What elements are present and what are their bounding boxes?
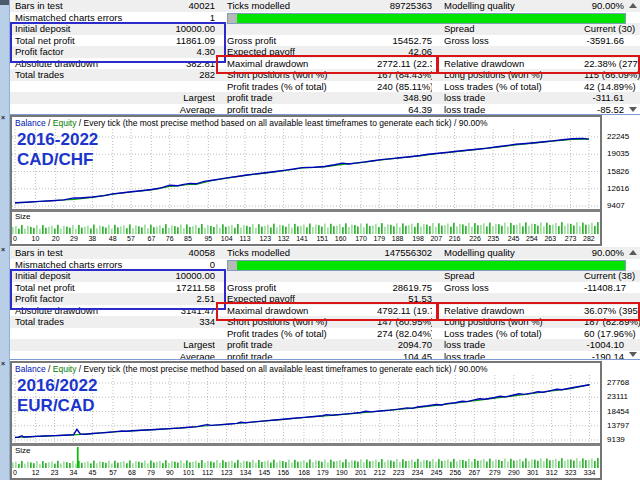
x-axis-label: 113	[236, 235, 254, 243]
x-axis-label: 226	[466, 235, 484, 243]
report-cell: 40058	[160, 247, 215, 259]
report-cell: -3591.66	[584, 35, 640, 47]
report-cell: 167 (84.43%)	[377, 69, 432, 81]
x-axis-label: 20	[47, 235, 65, 243]
plot-area[interactable]: 2016-2022CAD/CHF	[12, 129, 600, 209]
report-cell: Expected payoff	[227, 293, 377, 305]
report-cell: Profit trades (% of total)	[227, 81, 377, 93]
report-cell: 4.30	[160, 46, 215, 58]
x-axis-label: 38	[83, 235, 101, 243]
report-cell: Gross loss	[444, 35, 584, 47]
x-axis-label: 132	[275, 235, 293, 243]
report-cell: 3141.47	[160, 305, 215, 317]
scroll-down-icon[interactable]	[629, 352, 637, 357]
scroll-up-icon[interactable]	[629, 3, 637, 8]
y-axis: 277682311118454137979139	[604, 361, 640, 480]
x-axis-label: 45	[83, 469, 101, 477]
report-cell: 15452.75	[377, 35, 432, 47]
report-row: Largestprofit trade2094.70loss trade-100…	[10, 339, 640, 351]
chart-frame: Balance / Equity / Every tick (the most …	[10, 361, 602, 480]
scroll-up-icon[interactable]	[629, 250, 637, 255]
legend-balance-label: Balance	[15, 364, 46, 374]
report-cell: Mismatched charts errors	[10, 12, 160, 24]
scroll-down-icon[interactable]	[629, 107, 637, 112]
report-cell: Total net profit	[10, 35, 160, 47]
report-cell	[227, 23, 377, 35]
x-axis-label: 254	[523, 235, 541, 243]
x-axis-label: 12	[27, 469, 45, 477]
report-cell: Profit factor	[10, 293, 160, 305]
report-cell	[377, 23, 432, 35]
window-corner-decoration	[0, 0, 9, 5]
x-axis-label: 67	[142, 235, 160, 243]
equity-chart-cadchf[interactable]: Balance / Equity / Every tick (the most …	[10, 115, 640, 246]
report-cell: loss trade	[444, 339, 584, 351]
report-cell: Gross profit	[227, 35, 377, 47]
x-axis-label: 282	[580, 235, 598, 243]
report-cell: Total trades	[10, 316, 160, 328]
report-cell	[10, 104, 160, 116]
report-row: Profit trades (% of total)274 (82.04%)Lo…	[10, 328, 640, 340]
report-cell: Gross loss	[444, 282, 584, 294]
report-cell: 10000.00	[160, 270, 215, 282]
x-axis-label: 179	[370, 235, 388, 243]
report-cell: 147 (80.95%)	[377, 316, 432, 328]
report-cell: 115 (86.09%)	[584, 69, 640, 81]
report-cell: 2094.70	[377, 339, 432, 351]
report-cell	[10, 81, 160, 93]
backtest-report-table-eurcad: Bars in test40058Ticks modelled147556302…	[10, 247, 640, 360]
x-axis-label: 68	[123, 469, 141, 477]
x-axis: 0122334455768799010111212313414515616817…	[12, 468, 600, 478]
report-cell: 64.39	[377, 104, 432, 116]
plot-area[interactable]: 2016/2022EUR/CAD	[12, 375, 600, 443]
report-cell	[160, 81, 215, 93]
x-axis-label: 212	[371, 469, 389, 477]
chart-legend: Balance / Equity / Every tick (the most …	[12, 363, 600, 375]
x-axis-label: 123	[218, 469, 236, 477]
report-cell: Bars in test	[10, 247, 160, 259]
report-cell: Ticks modelled	[227, 0, 377, 12]
x-axis-label: 188	[389, 235, 407, 243]
report-cell	[377, 270, 432, 282]
y-axis-label: 22245	[607, 133, 629, 141]
report-cell	[227, 270, 377, 282]
x-axis-label: 34	[65, 469, 83, 477]
report-cell: 0	[160, 259, 215, 271]
x-axis-label: 179	[314, 469, 332, 477]
legend-method-text: Every tick (the most precise method base…	[84, 118, 452, 128]
x-axis-label: 151	[313, 235, 331, 243]
report-row: Initial deposit10000.00SpreadCurrent (30…	[10, 23, 640, 35]
legend-separator: /	[76, 364, 83, 374]
mt4-strategy-tester-report: × × × Bars in test40021Ticks modelled897…	[0, 0, 640, 480]
x-axis-label: 245	[505, 235, 523, 243]
y-axis-label: 12616	[607, 185, 629, 193]
x-axis-label: 273	[562, 235, 580, 243]
report-cell: 240 (85.11%)	[377, 81, 432, 93]
report-cell: 10000.00	[160, 23, 215, 35]
report-cell: Absolute drawdown	[10, 305, 160, 317]
report-cell: Total net profit	[10, 282, 160, 294]
legend-separator: /	[452, 118, 459, 128]
report-cell: 51.53	[377, 293, 432, 305]
chart-legend: Balance / Equity / Every tick (the most …	[12, 117, 600, 129]
report-cell: 104.45	[377, 351, 432, 361]
equity-chart-eurcad[interactable]: Balance / Equity / Every tick (the most …	[10, 361, 640, 480]
report-row: Profit trades (% of total)240 (85.11%)Lo…	[10, 81, 640, 93]
report-cell: 22.38% (2772.11)	[584, 58, 640, 70]
report-row: Absolute drawdown382.81Maximal drawdown2…	[10, 58, 640, 70]
report-cell: Loss trades (% of total)	[444, 328, 584, 340]
close-icon[interactable]: ×	[1, 360, 9, 367]
close-icon[interactable]: ×	[1, 114, 9, 121]
report-cell: Modelling quality	[444, 0, 584, 12]
y-axis: 222451903515826126169407	[604, 115, 640, 246]
report-cell: Short positions (won %)	[227, 316, 377, 328]
report-cell: Largest	[160, 339, 215, 351]
lot-size-panel: Size	[12, 446, 600, 468]
close-icon[interactable]: ×	[1, 246, 9, 253]
report-row: Bars in test40058Ticks modelled147556302…	[10, 247, 640, 259]
legend-equity-label: Equity	[53, 118, 77, 128]
report-row: Profit factor4.30Expected payoff42.06	[10, 46, 640, 58]
x-axis-label: 57	[104, 469, 122, 477]
report-row: Initial deposit10000.00SpreadCurrent (38…	[10, 270, 640, 282]
x-axis-label: 201	[352, 469, 370, 477]
